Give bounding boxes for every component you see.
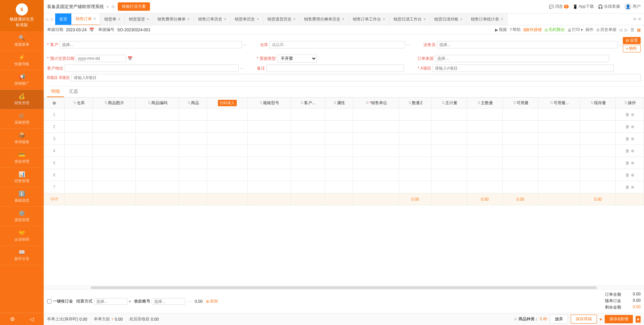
- payment-dropdown-icon[interactable]: ▾: [129, 299, 131, 304]
- tab-close-9[interactable]: ×: [383, 17, 385, 22]
- message-icon-item[interactable]: 💬 消息 9: [549, 4, 569, 9]
- warehouse-dots[interactable]: ···: [407, 42, 410, 47]
- save-draft-button[interactable]: 保存草稿: [571, 315, 597, 324]
- toolbar-grid-icon[interactable]: ▦: [637, 28, 641, 32]
- sidebar-collapse-icon[interactable]: ◁: [30, 316, 34, 322]
- discard-button[interactable]: 放弃: [550, 315, 568, 324]
- sidebar-item-采购管理[interactable]: 🛒采购管理: [0, 109, 44, 129]
- sidebar-item-经营管理[interactable]: 📊经营管理: [0, 168, 44, 187]
- copy-icon-1[interactable]: ⊕: [631, 112, 634, 117]
- account-dots[interactable]: ···: [188, 299, 191, 304]
- sidebar-item-库存核算[interactable]: 📦库存核算: [0, 129, 44, 148]
- account-input[interactable]: [152, 298, 185, 305]
- delete-icon-5[interactable]: 🗑: [626, 161, 630, 165]
- col-settings-icon[interactable]: ⚙: [52, 101, 56, 106]
- save-draft-dropdown-icon[interactable]: ▾: [600, 317, 602, 322]
- salesperson-input[interactable]: [437, 41, 618, 48]
- sidebar-item-新手引导[interactable]: 📖新手引导: [0, 246, 44, 265]
- sidebar-item-营销推广[interactable]: 📢营销推广: [0, 70, 44, 90]
- user-item[interactable]: 👤 用户: [624, 3, 641, 10]
- sidebar-item-基础信息[interactable]: ℹ️基础信息: [0, 187, 44, 207]
- copy-icon-6[interactable]: ⊕: [631, 173, 634, 177]
- warehouse-input[interactable]: [269, 41, 405, 48]
- scroll-bar[interactable]: [91, 286, 597, 289]
- help-btn[interactable]: ? 帮助: [509, 27, 521, 33]
- tab-close-10[interactable]: ×: [423, 17, 426, 22]
- one-click-input[interactable]: [47, 299, 51, 303]
- tab-10[interactable]: 钱货日清工作台×: [389, 13, 430, 25]
- sidebar-item-企业协同[interactable]: 🤝企业协同: [0, 226, 44, 246]
- tab-2[interactable]: 销货单×: [100, 13, 125, 25]
- save-new-dropdown-icon[interactable]: ▾: [636, 316, 641, 323]
- copy-icon-2[interactable]: ⊕: [631, 124, 634, 129]
- tab-close-7[interactable]: ×: [293, 17, 296, 22]
- settings-btn[interactable]: ⚙ 设置: [623, 37, 641, 44]
- sidebar-settings-icon[interactable]: ⚙: [10, 316, 15, 322]
- delete-icon-2[interactable]: 🗑: [626, 124, 630, 129]
- toolbar-list-icon[interactable]: ☰: [631, 28, 634, 32]
- sidebar-item-系统管理[interactable]: ⚙️系统管理: [0, 207, 44, 226]
- goods-count-value[interactable]: 0 种: [540, 317, 547, 321]
- delete-icon-4[interactable]: 🗑: [626, 149, 630, 153]
- address-dots[interactable]: ···: [240, 66, 243, 71]
- sidebar-item-资金管理[interactable]: 💳资金管理: [0, 148, 44, 168]
- delete-icon-1[interactable]: 🗑: [626, 112, 630, 117]
- copy-icon-4[interactable]: ⊕: [631, 149, 634, 153]
- app-download-item[interactable]: 📱 App下载: [573, 4, 594, 9]
- system-settings-icon[interactable]: ⚙: [111, 4, 115, 9]
- payment-method-input[interactable]: [94, 298, 127, 305]
- delete-icon-3[interactable]: 🗑: [626, 136, 630, 141]
- remark-input[interactable]: [266, 65, 404, 72]
- customer-input[interactable]: [60, 41, 242, 48]
- delivery-calendar-icon[interactable]: 📅: [127, 56, 132, 61]
- delete-icon-7[interactable]: 🗑: [626, 185, 630, 190]
- tab-nav-prev[interactable]: ◁: [44, 17, 49, 22]
- sidebar-item-销售管理[interactable]: 💰销售管理: [0, 90, 44, 109]
- tab-7[interactable]: 销货退货历史×: [263, 13, 300, 25]
- tab-close-1[interactable]: ×: [93, 16, 96, 21]
- delete-icon-6[interactable]: 🗑: [626, 173, 630, 177]
- tab-8[interactable]: 销售费用分摊单历史×: [300, 13, 349, 25]
- solution-button[interactable]: 体验行业方案: [118, 2, 150, 11]
- tab-refresh-icon[interactable]: ⟳: [633, 17, 637, 22]
- toolbar-next-icon[interactable]: ▷: [625, 28, 628, 32]
- delivery-input[interactable]: [76, 55, 126, 62]
- customer-dots[interactable]: ···: [243, 42, 247, 47]
- tab-close-all-icon[interactable]: ✕: [638, 17, 641, 22]
- material-btn[interactable]: + 物料: [623, 45, 641, 52]
- tab-11[interactable]: 钱货日清对账×: [430, 13, 467, 25]
- tab-4[interactable]: 销售费用分摊单×: [153, 13, 194, 25]
- history-btn[interactable]: ⊙ 历史单据: [596, 27, 616, 33]
- tab-close-12[interactable]: ×: [501, 17, 503, 22]
- toolbar-prev-icon[interactable]: ◁: [619, 28, 622, 32]
- copy-icon-5[interactable]: ⊕: [631, 161, 634, 165]
- tab-close-3[interactable]: ×: [147, 17, 149, 22]
- b-project-input[interactable]: [71, 74, 641, 81]
- add-button[interactable]: ⊕ 添加: [206, 298, 218, 304]
- copy-icon-3[interactable]: ⊕: [631, 136, 634, 141]
- tab-close-5[interactable]: ×: [224, 17, 226, 22]
- tab-9[interactable]: 销售订单工作台×: [349, 13, 389, 25]
- save-new-button[interactable]: 保存&新增: [605, 315, 633, 323]
- copy-icon-7[interactable]: ⊕: [631, 185, 634, 190]
- op-btn[interactable]: 操作: [585, 27, 594, 33]
- sidebar-item-搜索菜单[interactable]: 🔍搜索菜单: [0, 31, 44, 51]
- tab-close-6[interactable]: ×: [257, 17, 259, 22]
- a-project-input[interactable]: [432, 65, 614, 72]
- system-dropdown-icon[interactable]: ▾: [107, 4, 109, 9]
- tab-close-2[interactable]: ×: [118, 17, 120, 22]
- one-click-checkbox[interactable]: 一键收订金: [47, 298, 73, 304]
- tab-6[interactable]: 销货单历史×: [231, 13, 263, 25]
- debt-help-icon[interactable]: ?: [111, 317, 113, 321]
- tab-5[interactable]: 销售订单历史×: [194, 13, 231, 25]
- salesperson-dots[interactable]: ···: [619, 42, 623, 47]
- tab-12[interactable]: 销售订单统计表×: [467, 13, 507, 25]
- tab-3[interactable]: 销货退货×: [125, 13, 153, 25]
- tab-nav-next[interactable]: ▷: [49, 17, 55, 22]
- print-btn[interactable]: 🖨 打印 ▾: [567, 27, 583, 33]
- online-service-item[interactable]: 🎧 在线客服: [598, 4, 620, 9]
- shortcut-btn[interactable]: ⌨ 快捷键: [523, 27, 542, 33]
- content-tab-汇总[interactable]: 汇总: [65, 86, 82, 97]
- scan-btn[interactable]: 扫码录入: [218, 100, 237, 106]
- profit-btn[interactable]: ◎ 毛利预估: [544, 27, 565, 33]
